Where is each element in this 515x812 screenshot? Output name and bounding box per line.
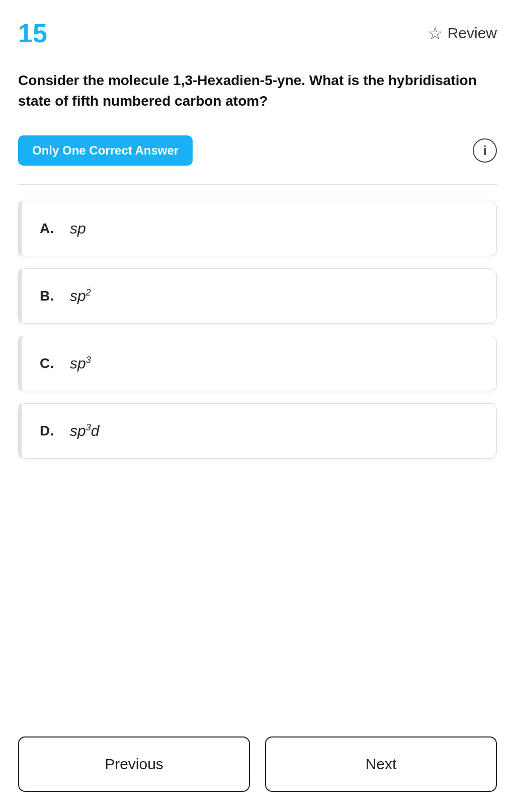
badge-row: Only One Correct Answer i: [18, 135, 497, 166]
option-d-text: sp3d: [70, 422, 99, 439]
info-symbol: i: [483, 143, 486, 159]
option-b-text: sp2: [70, 287, 91, 305]
option-a-label: A.: [40, 220, 70, 237]
option-a-bar: [19, 201, 22, 256]
option-d[interactable]: D. sp3d: [18, 403, 497, 459]
question-text: Consider the molecule 1,3-Hexadien-5-yne…: [18, 70, 497, 111]
option-a[interactable]: A. sp: [18, 201, 497, 256]
review-label: Review: [448, 25, 497, 42]
star-icon: ☆: [427, 23, 443, 43]
header: 15 ☆ Review: [18, 20, 497, 46]
info-icon-button[interactable]: i: [473, 138, 497, 163]
question-number: 15: [18, 20, 47, 46]
answer-type-badge: Only One Correct Answer: [18, 135, 193, 166]
options-container: A. sp B. sp2 C. sp3 D. sp3d: [18, 201, 497, 710]
option-d-label: D.: [40, 423, 70, 439]
page-container: 15 ☆ Review Consider the molecule 1,3-He…: [0, 0, 515, 812]
option-c-label: C.: [40, 355, 70, 372]
previous-button[interactable]: Previous: [18, 736, 250, 792]
option-b-bar: [19, 269, 22, 323]
divider: [18, 184, 497, 185]
option-c-bar: [19, 336, 22, 391]
option-b-label: B.: [40, 288, 70, 304]
review-button[interactable]: ☆ Review: [427, 23, 497, 43]
option-c-text: sp3: [70, 355, 91, 372]
nav-buttons: Previous Next: [18, 736, 497, 792]
next-button[interactable]: Next: [265, 736, 497, 792]
option-d-bar: [19, 404, 22, 458]
option-b[interactable]: B. sp2: [18, 268, 497, 324]
option-c[interactable]: C. sp3: [18, 336, 497, 391]
option-a-text: sp: [70, 220, 86, 237]
